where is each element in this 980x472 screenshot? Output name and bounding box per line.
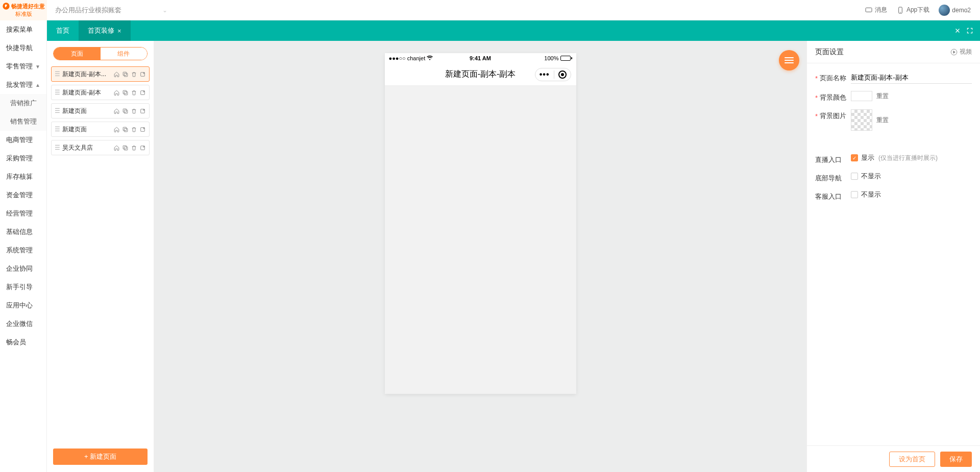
drag-icon[interactable]: ☰: [55, 70, 60, 78]
live-entry-checkbox[interactable]: 显示: [851, 153, 874, 162]
service-entry-checkbox[interactable]: 不显示: [851, 190, 881, 199]
page-list-item[interactable]: ☰新建页面: [51, 122, 150, 137]
home-icon[interactable]: [113, 126, 120, 133]
page-item-name: 新建页面: [62, 125, 111, 134]
share-icon[interactable]: [139, 126, 146, 133]
svg-rect-8: [123, 90, 127, 94]
share-icon[interactable]: [139, 70, 146, 78]
page-name-input[interactable]: [851, 72, 972, 84]
app-download-button[interactable]: App下载: [896, 6, 929, 14]
sidebar-item[interactable]: 电商管理: [0, 131, 46, 149]
copy-icon[interactable]: [121, 144, 129, 151]
caret-icon: ▼: [35, 64, 40, 69]
phone-icon: [896, 6, 904, 14]
floating-menu-button[interactable]: [779, 50, 799, 70]
share-icon[interactable]: [139, 107, 146, 114]
sidebar-item[interactable]: 系统管理: [0, 241, 46, 259]
bg-image-reset[interactable]: 重置: [876, 116, 889, 125]
trash-icon[interactable]: [130, 70, 137, 78]
svg-rect-1: [866, 8, 872, 12]
logo-text: 畅捷通好生意: [11, 3, 45, 10]
copy-icon[interactable]: [121, 70, 129, 78]
bg-color-reset[interactable]: 重置: [876, 92, 889, 101]
sidebar-item[interactable]: 企业微信: [0, 315, 46, 333]
share-icon[interactable]: [139, 89, 146, 96]
sidebar-item[interactable]: 基础信息: [0, 223, 46, 241]
sidebar-item[interactable]: 快捷导航: [0, 39, 46, 57]
home-icon[interactable]: [113, 144, 120, 151]
seg-page[interactable]: 页面: [54, 48, 101, 60]
label-bg-image: 背景图片: [820, 111, 846, 121]
sidebar-item[interactable]: 经营管理: [0, 204, 46, 223]
label-bottom-nav: 底部导航: [815, 174, 842, 183]
messages-button[interactable]: 消息: [865, 6, 887, 14]
save-button[interactable]: 保存: [940, 452, 972, 467]
home-icon[interactable]: [113, 89, 120, 96]
miniapp-capsule[interactable]: •••: [535, 68, 571, 81]
top-header: 畅捷通好生意 标准版 办公用品行业模拟账套 ⌄ 消息 App下载 demo2: [0, 0, 980, 20]
page-list-item[interactable]: ☰新建页面: [51, 103, 150, 119]
page-list-item[interactable]: ☰新建页面-副本: [51, 85, 150, 100]
seg-component[interactable]: 组件: [101, 48, 148, 60]
sidebar-item[interactable]: 零售管理▼: [0, 57, 46, 76]
close-icon[interactable]: ×: [117, 27, 121, 35]
sidebar: 搜索菜单快捷导航零售管理▼批发管理▲营销推广销售管理电商管理采购管理库存核算资金…: [0, 20, 47, 472]
drag-icon[interactable]: ☰: [55, 126, 60, 133]
sidebar-item[interactable]: 营销推广: [0, 94, 46, 112]
video-help-button[interactable]: 视频: [950, 48, 972, 56]
canvas: ●●●○○ chanjet 9:41 AM 100%: [154, 41, 806, 472]
fullscreen-icon[interactable]: [964, 20, 976, 41]
phone-time: 9:41 AM: [385, 55, 576, 61]
sidebar-item[interactable]: 畅会员: [0, 333, 46, 351]
label-bg-color: 背景颜色: [820, 93, 846, 102]
sidebar-item[interactable]: 搜索菜单: [0, 20, 46, 39]
trash-icon[interactable]: [130, 144, 137, 151]
bg-image-swatch[interactable]: [851, 109, 872, 131]
trash-icon[interactable]: [130, 107, 137, 114]
set-home-button[interactable]: 设为首页: [889, 452, 935, 467]
tab[interactable]: 首页装修×: [79, 20, 131, 41]
home-icon[interactable]: [113, 107, 120, 114]
live-entry-hint: (仅当进行直播时展示): [878, 154, 938, 162]
trash-icon[interactable]: [130, 89, 137, 96]
page-list-item[interactable]: ☰昊天文具店: [51, 140, 150, 155]
new-page-button[interactable]: + 新建页面: [53, 449, 148, 465]
sidebar-item[interactable]: 采购管理: [0, 149, 46, 168]
message-icon: [865, 6, 873, 14]
sidebar-item[interactable]: 批发管理▲: [0, 76, 46, 94]
trash-icon[interactable]: [130, 126, 137, 133]
tabbar: 首页首页装修×: [47, 20, 980, 41]
sidebar-item[interactable]: 新手引导: [0, 278, 46, 296]
sidebar-item[interactable]: 企业协同: [0, 259, 46, 278]
bottom-nav-checkbox[interactable]: 不显示: [851, 172, 881, 181]
drag-icon[interactable]: ☰: [55, 144, 60, 151]
drag-icon[interactable]: ☰: [55, 89, 60, 96]
copy-icon[interactable]: [121, 126, 129, 133]
account-selector[interactable]: 办公用品行业模拟账套 ⌄: [55, 6, 167, 15]
close-tab-icon[interactable]: [951, 20, 964, 41]
sidebar-item[interactable]: 资金管理: [0, 186, 46, 204]
copy-icon[interactable]: [121, 89, 129, 96]
sidebar-item[interactable]: 库存核算: [0, 168, 46, 186]
user-menu[interactable]: demo2: [939, 5, 971, 16]
drag-icon[interactable]: ☰: [55, 107, 60, 114]
sidebar-item[interactable]: 应用中心: [0, 296, 46, 315]
sidebar-item[interactable]: 销售管理: [0, 112, 46, 131]
logo-icon: [2, 2, 10, 10]
home-icon[interactable]: [113, 70, 120, 78]
svg-rect-10: [124, 110, 128, 113]
page-list-item[interactable]: ☰新建页面-副本...: [51, 66, 150, 82]
page-item-name: 新建页面-副本...: [62, 70, 111, 79]
bg-color-swatch[interactable]: [851, 91, 872, 101]
tab[interactable]: 首页: [47, 20, 79, 41]
label-live-entry: 直播入口: [815, 155, 842, 164]
logo[interactable]: 畅捷通好生意 标准版: [0, 0, 47, 20]
phone-status-bar: ●●●○○ chanjet 9:41 AM 100%: [385, 53, 576, 63]
phone-title: 新建页面-副本-副本: [445, 69, 516, 80]
logo-sub: 标准版: [15, 10, 32, 18]
settings-panel: 页面设置 视频 *页面名称 *背景颜色: [806, 41, 980, 472]
share-icon[interactable]: [139, 144, 146, 151]
svg-rect-16: [124, 147, 128, 150]
copy-icon[interactable]: [121, 107, 129, 114]
more-icon: •••: [540, 70, 550, 79]
